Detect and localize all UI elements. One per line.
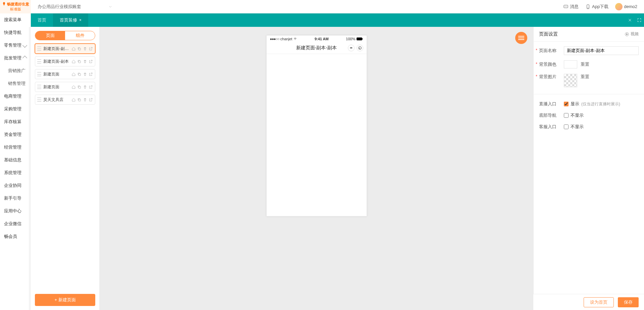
messages-button[interactable]: 消息 — [563, 4, 579, 10]
account-selector[interactable]: 办公用品行业模拟账套 — [38, 4, 113, 10]
tab-label: 首页 — [38, 17, 46, 23]
phone-icon — [585, 4, 591, 9]
logo-edition: 标准版 — [10, 7, 21, 12]
header-right: 消息 App下载 demo2 — [563, 3, 644, 10]
tab-label: 首页装修 — [60, 17, 77, 23]
message-icon — [563, 4, 569, 9]
nav-quicknav[interactable]: 快捷导航 — [0, 26, 31, 27]
tab-home[interactable]: 首页 — [31, 13, 53, 27]
chevron-down-icon — [108, 4, 113, 9]
app-download-button[interactable]: App下载 — [585, 4, 608, 10]
nav-search[interactable]: 搜索菜单 — [0, 13, 31, 26]
app-download-label: App下载 — [592, 4, 608, 10]
expand-icon — [637, 18, 642, 22]
tab-close-all[interactable] — [625, 13, 635, 27]
user-name: demo2 — [624, 4, 637, 9]
logo-icon — [2, 2, 6, 6]
avatar-icon — [615, 3, 623, 10]
app-header: 畅捷通好生意 标准版 办公用品行业模拟账套 消息 App下载 demo2 — [0, 0, 644, 13]
svg-point-2 — [588, 8, 588, 8]
tab-controls — [625, 13, 644, 27]
x-icon — [628, 18, 632, 22]
user-menu[interactable]: demo2 — [615, 3, 637, 10]
messages-label: 消息 — [570, 4, 579, 10]
logo-text: 畅捷通好生意 — [7, 2, 29, 7]
account-selector-label: 办公用品行业模拟账套 — [38, 4, 81, 10]
tab-page-editor[interactable]: 首页装修 × — [53, 13, 88, 27]
tab-strip: 首页 首页装修 × — [0, 13, 644, 27]
left-nav: 搜索菜单 快捷导航 零售管理 批发管理 营销推广 销售管理 电商管理 采购管理 … — [0, 13, 31, 27]
logo: 畅捷通好生意 标准版 — [0, 0, 31, 13]
fullscreen-button[interactable] — [635, 13, 644, 27]
close-icon[interactable]: × — [79, 18, 82, 22]
